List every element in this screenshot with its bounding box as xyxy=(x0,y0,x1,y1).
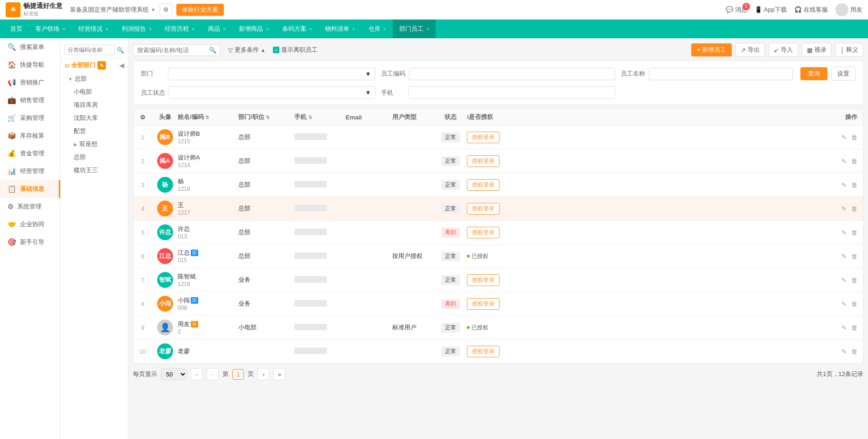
filter-dept-select[interactable]: ▼ xyxy=(168,68,375,80)
dept-tree-item-xiangmu[interactable]: 项目库房 xyxy=(61,98,128,111)
sidebar-item-营销推广[interactable]: 📢营销推广 xyxy=(0,74,60,91)
auth-button[interactable]: 授权登录 xyxy=(467,274,500,286)
last-page-button[interactable]: » xyxy=(273,368,285,380)
help-button[interactable]: │ 释义 xyxy=(835,43,863,57)
nav-tab-条码方案[interactable]: 条码方案× xyxy=(276,20,319,38)
tab-close-icon[interactable]: × xyxy=(383,26,386,32)
col-name-header[interactable]: 姓名/编码 ⇅ xyxy=(178,113,238,121)
sidebar-item-搜索菜单[interactable]: 🔍搜索菜单 xyxy=(0,38,60,56)
tab-close-icon[interactable]: × xyxy=(105,26,108,32)
nav-tab-客户联络[interactable]: 客户联络× xyxy=(29,20,72,38)
edit-button[interactable]: ✎ xyxy=(841,277,847,284)
search-input[interactable] xyxy=(137,47,207,54)
filter-phone-input[interactable] xyxy=(408,86,616,99)
dept-tree-item-shuangzuo[interactable]: ▶ 双座想 xyxy=(61,138,128,151)
sidebar-item-快捷导航[interactable]: 🏠快捷导航 xyxy=(0,56,60,74)
delete-button[interactable]: 🗑 xyxy=(851,277,857,284)
more-filters-button[interactable]: ▽ 更多条件 ▲ xyxy=(224,44,269,56)
nav-tab-仓库[interactable]: 仓库× xyxy=(362,20,393,38)
filter-code-input[interactable] xyxy=(409,68,616,80)
dept-all-label[interactable]: 全部部门 xyxy=(71,61,96,70)
tab-close-icon[interactable]: × xyxy=(192,26,194,32)
auth-button[interactable]: 授权登录 xyxy=(467,203,500,215)
sidebar-item-新手引导[interactable]: 🎯新手引导 xyxy=(0,233,60,251)
edit-button[interactable]: ✎ xyxy=(841,181,847,188)
sidebar-item-采购管理[interactable]: 🛒采购管理 xyxy=(0,109,60,127)
auth-button[interactable]: 授权登录 xyxy=(467,298,500,310)
view-button[interactable]: ▦ 视录 xyxy=(802,43,832,57)
nav-tab-经营情况[interactable]: 经营情况× xyxy=(72,20,115,38)
edit-button[interactable]: ✎ xyxy=(841,229,847,236)
delete-button[interactable]: 🗑 xyxy=(851,300,857,307)
title-dropdown[interactable]: 装备及固定资产辅助管理系统 ▼ xyxy=(66,6,156,14)
page-size-select[interactable]: 50 20 100 xyxy=(161,369,187,380)
nav-tab-商品[interactable]: 商品× xyxy=(201,20,232,38)
filter-status-select[interactable]: ▼ xyxy=(169,86,375,99)
delete-button[interactable]: 🗑 xyxy=(851,134,857,141)
user-area[interactable]: 用友 xyxy=(835,3,862,16)
delete-button[interactable]: 🗑 xyxy=(851,181,857,188)
sidebar-item-企业协同[interactable]: 🤝企业协同 xyxy=(0,216,60,233)
sidebar-item-销售管理[interactable]: 💼销售管理 xyxy=(0,91,60,109)
edit-button[interactable]: ✎ xyxy=(841,134,847,141)
add-employee-button[interactable]: + 新增员工 xyxy=(691,43,732,56)
edit-button[interactable]: ✎ xyxy=(841,324,847,331)
delete-button[interactable]: 🗑 xyxy=(851,253,857,260)
nav-tab-部门员工[interactable]: 部门员工× xyxy=(393,20,436,38)
sidebar-item-库存核算[interactable]: 📦库存核算 xyxy=(0,127,60,145)
delete-button[interactable]: 🗑 xyxy=(851,229,857,236)
tab-close-icon[interactable]: × xyxy=(309,26,312,32)
next-page-button[interactable]: › xyxy=(257,368,270,380)
auth-button[interactable]: 授权登录 xyxy=(467,155,500,167)
sidebar-item-系统管理[interactable]: ⚙系统管理 xyxy=(0,198,60,216)
dept-search-input[interactable] xyxy=(64,45,115,55)
nav-tab-新增商品[interactable]: 新增商品× xyxy=(232,20,275,38)
tab-close-icon[interactable]: × xyxy=(62,26,65,32)
tab-close-icon[interactable]: × xyxy=(149,26,152,32)
auth-button[interactable]: 授权登录 xyxy=(467,346,500,357)
tab-close-icon[interactable]: × xyxy=(266,26,269,32)
nav-tab-经营历程[interactable]: 经营历程× xyxy=(158,20,201,38)
nav-tab-利润报告[interactable]: 利润报告× xyxy=(115,20,158,38)
dept-tree-item-shenyang[interactable]: 沈阳大库 xyxy=(61,111,128,125)
tab-close-icon[interactable]: × xyxy=(426,26,429,32)
gear-button[interactable]: ⚙ xyxy=(160,3,173,16)
auth-button[interactable]: 授权登录 xyxy=(467,132,500,143)
dept-tree-item-kanfang[interactable]: 槛坊王三 xyxy=(61,164,128,177)
nav-tab-首页[interactable]: 首页 xyxy=(4,20,29,38)
delete-button[interactable]: 🗑 xyxy=(851,205,857,212)
first-page-button[interactable]: « xyxy=(191,368,203,380)
col-settings-header[interactable]: ⚙ xyxy=(133,114,152,121)
col-phone-header[interactable]: 手机 ⇅ xyxy=(294,113,346,121)
show-resigned-toggle[interactable]: ✓ 显示离职员工 xyxy=(273,46,318,54)
dept-tree-item-xiaodian[interactable]: 小电部 xyxy=(61,85,128,98)
edit-button[interactable]: ✎ xyxy=(841,205,847,212)
dept-tree-item-zongbu[interactable]: 总部 xyxy=(61,151,128,164)
export-button[interactable]: ↗ 导出 xyxy=(736,43,765,57)
tab-close-icon[interactable]: × xyxy=(223,26,226,32)
set-button[interactable]: 设置 xyxy=(831,67,855,81)
sidebar-item-经营管理[interactable]: 📊经营管理 xyxy=(0,162,60,180)
edit-button[interactable]: ✎ xyxy=(841,158,847,165)
sidebar-item-资金管理[interactable]: 💰资金管理 xyxy=(0,145,60,162)
dept-tree-item-peihuo[interactable]: 配货 xyxy=(61,125,128,138)
edit-button[interactable]: ✎ xyxy=(841,348,847,355)
dept-edit-icon[interactable]: ✎ xyxy=(97,61,106,70)
import-button[interactable]: ↙ 导入 xyxy=(769,43,798,57)
sidebar-item-基础信息[interactable]: 📋基础信息 xyxy=(0,180,60,198)
nav-tab-物料清单[interactable]: 物料清单× xyxy=(319,20,361,38)
app-download-button[interactable]: 📱 App下载 xyxy=(755,6,787,14)
query-button[interactable]: 查询 xyxy=(800,67,827,80)
tab-close-icon[interactable]: × xyxy=(352,26,355,32)
delete-button[interactable]: 🗑 xyxy=(851,158,857,165)
auth-button[interactable]: 授权登录 xyxy=(467,227,500,238)
edit-button[interactable]: ✎ xyxy=(841,253,847,260)
filter-name-input[interactable] xyxy=(649,68,793,80)
delete-button[interactable]: 🗑 xyxy=(851,348,857,355)
auth-button[interactable]: 授权登录 xyxy=(467,179,500,191)
message-button[interactable]: 💬 消息 5 xyxy=(726,6,747,14)
prev-page-button[interactable]: ‹ xyxy=(207,368,219,380)
online-service-button[interactable]: 🎧 在线客服 xyxy=(794,6,828,14)
experience-button[interactable]: 体验行业方案 xyxy=(176,4,224,16)
col-dept-header[interactable]: 部门/职位 ⇅ xyxy=(238,113,294,121)
